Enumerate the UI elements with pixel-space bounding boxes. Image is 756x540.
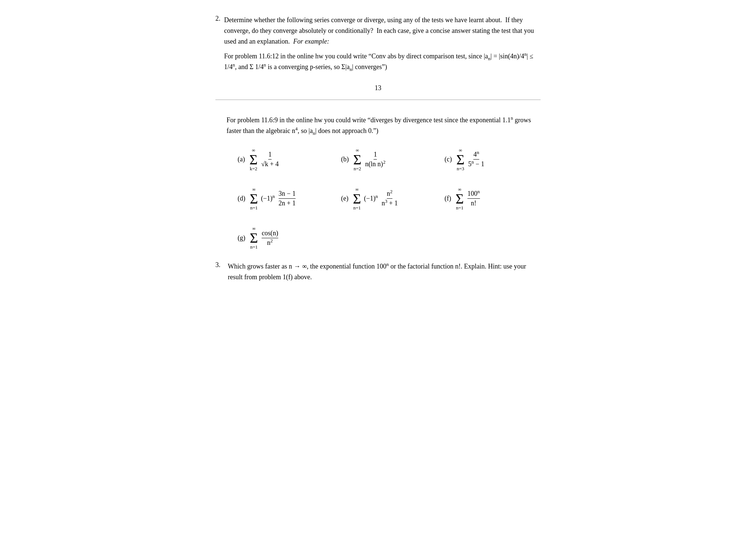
series-f-fraction: 100n n! (467, 190, 480, 207)
series-c: (c) ∞ Σ n=3 4n 5n − 1 (445, 147, 541, 172)
problem-3-number: 3. Which grows faster as n → ∞, the expo… (215, 261, 541, 287)
series-e: (e) ∞ Σ n=1 (−1)n n2 n3 + 1 (341, 187, 437, 211)
series-d-denominator: 2n + 1 (279, 199, 296, 207)
series-g-label: (g) (238, 234, 245, 242)
series-b-sub: n=2 (354, 166, 361, 172)
series-a: (a) ∞ Σ k=2 1 √k + 4 (238, 147, 334, 172)
series-a-sub: k=2 (250, 166, 257, 172)
series-d-label: (d) (238, 195, 245, 202)
series-b-label: (b) (341, 155, 349, 163)
series-f: (f) ∞ Σ n=1 100n n! (445, 187, 541, 211)
series-e-numerator: n2 (387, 190, 393, 199)
series-b-denominator: n(ln n)2 (365, 160, 385, 168)
series-f-sub: n=1 (456, 205, 463, 211)
series-d-coeff: (−1)n (261, 195, 275, 202)
series-a-sigma: ∞ Σ k=2 (249, 147, 258, 172)
series-a-denominator: √k + 4 (261, 160, 279, 168)
series-e-sub: n=1 (353, 205, 361, 211)
series-f-sigma-symbol: Σ (456, 192, 464, 205)
series-grid: (a) ∞ Σ k=2 1 √k + 4 (b) ∞ Σ n=2 1 n(ln … (238, 147, 541, 250)
series-e-fraction: n2 n3 + 1 (382, 190, 398, 207)
series-c-numerator: 4n (473, 151, 479, 160)
series-g-denominator: n2 (267, 238, 273, 247)
series-c-sigma: ∞ Σ n=3 (456, 147, 464, 172)
page-number: 13 (215, 84, 541, 92)
problem-2-number: 2. Determine whether the following serie… (215, 15, 541, 77)
series-g-numerator: cos(n) (262, 229, 278, 238)
series-d-numerator: 3n − 1 (279, 190, 296, 199)
series-a-label: (a) (238, 155, 245, 163)
series-a-sigma-symbol: Σ (249, 153, 258, 166)
series-b-numerator: 1 (374, 151, 377, 160)
number-label: 2. (215, 15, 221, 77)
series-f-denominator: n! (471, 199, 476, 207)
series-d: (d) ∞ Σ n=1 (−1)n 3n − 1 2n + 1 (238, 187, 334, 211)
series-a-fraction: 1 √k + 4 (261, 151, 279, 168)
series-b-sigma: ∞ Σ n=2 (353, 147, 361, 172)
problem-3-text: Which grows faster as n → ∞, the exponen… (228, 261, 541, 283)
section-divider (215, 99, 541, 100)
series-g-sigma-symbol: Σ (250, 232, 258, 244)
series-e-sigma-symbol: Σ (353, 192, 361, 205)
series-d-sigma-symbol: Σ (250, 192, 258, 205)
series-b-fraction: 1 n(ln n)2 (365, 151, 385, 168)
problem-2-example: For problem 11.6:12 in the online hw you… (224, 51, 541, 72)
problem-3-label: 3. (215, 261, 221, 287)
series-g-sigma: ∞ Σ n=1 (250, 226, 258, 250)
series-e-sigma: ∞ Σ n=1 (353, 187, 361, 211)
series-e-label: (e) (341, 195, 348, 202)
series-e-denominator: n3 + 1 (382, 199, 398, 207)
series-c-sub: n=3 (457, 166, 464, 172)
series-b: (b) ∞ Σ n=2 1 n(ln n)2 (341, 147, 437, 172)
series-e-coeff: (−1)n (364, 195, 378, 202)
series-f-sigma: ∞ Σ n=1 (456, 187, 464, 211)
series-g-sub: n=1 (250, 244, 258, 250)
series-c-fraction: 4n 5n − 1 (468, 151, 484, 168)
series-c-denominator: 5n − 1 (468, 160, 484, 168)
series-b-sigma-symbol: Σ (353, 153, 361, 166)
series-c-sigma-symbol: Σ (456, 153, 464, 166)
series-c-label: (c) (445, 155, 452, 163)
series-f-label: (f) (445, 195, 451, 202)
series-d-sigma: ∞ Σ n=1 (250, 187, 258, 211)
for-example: For example: (293, 38, 329, 45)
series-g: (g) ∞ Σ n=1 cos(n) n2 (238, 226, 334, 250)
series-a-numerator: 1 (268, 151, 272, 160)
series-d-fraction: 3n − 1 2n + 1 (279, 190, 296, 207)
problem-2-text1: Determine whether the following series c… (224, 15, 541, 47)
series-g-fraction: cos(n) n2 (262, 229, 278, 247)
series-f-numerator: 100n (467, 190, 480, 199)
problem-3: 3. Which grows faster as n → ∞, the expo… (215, 261, 541, 287)
problem-2: 2. Determine whether the following serie… (215, 15, 541, 250)
series-d-sub: n=1 (250, 205, 258, 211)
problem-2-example2: For problem 11.6:9 in the online hw you … (227, 115, 541, 136)
problem-2-body: Determine whether the following series c… (224, 15, 541, 77)
